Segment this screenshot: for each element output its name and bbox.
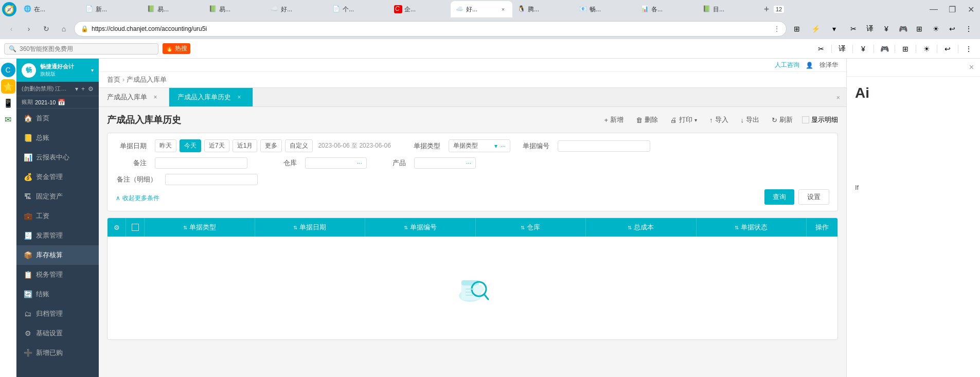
date-btn-today[interactable]: 今天 xyxy=(180,139,201,152)
th-date[interactable]: ⇅ 单据日期 xyxy=(255,218,366,237)
tab-9[interactable]: 🐧 腾... xyxy=(512,1,574,17)
show-cols-toggle[interactable]: 显示明细 xyxy=(802,115,838,124)
select-all-checkbox[interactable] xyxy=(132,224,139,231)
more2-icon[interactable]: ⋮ xyxy=(961,42,976,56)
date-btn-7days[interactable]: 近7天 xyxy=(204,139,229,152)
sidebar-item-invoice[interactable]: 🧾 发票管理 xyxy=(16,226,99,245)
translate-icon[interactable]: 译 xyxy=(863,22,877,36)
minimize-button[interactable]: — xyxy=(926,2,941,16)
th-gear[interactable]: ⚙ xyxy=(108,218,126,237)
refresh-button[interactable]: ↻ xyxy=(39,22,54,36)
delete-btn[interactable]: 🗑 删除 xyxy=(633,113,661,127)
layout2-icon[interactable]: ⊞ xyxy=(898,42,913,56)
tab-8[interactable]: ☁️ 好... × xyxy=(451,1,512,17)
th-num[interactable]: ⇅ 单据编号 xyxy=(365,218,476,237)
sidebar-item-assets[interactable]: 🏗 固定资产 xyxy=(16,187,99,206)
close-button[interactable]: ✕ xyxy=(964,2,978,16)
num-filter-input[interactable] xyxy=(558,140,650,152)
collapse-button[interactable]: ∧ 收起更多条件 xyxy=(116,194,159,203)
dropdown-icon[interactable]: ▾ xyxy=(827,22,841,36)
search-input[interactable] xyxy=(20,45,122,52)
type-filter-select[interactable]: 单据类型 ▾ ··· xyxy=(449,139,510,152)
back-button[interactable]: ‹ xyxy=(4,22,19,36)
th-cost[interactable]: ⇅ 总成本 xyxy=(586,218,697,237)
sidebar-item-salary[interactable]: 💼 工资 xyxy=(16,206,99,226)
sidebar-item-checkout[interactable]: 🔄 结账 xyxy=(16,284,99,304)
tab-11[interactable]: 📊 各... xyxy=(636,1,698,17)
show-cols-checkbox[interactable] xyxy=(802,116,809,123)
undo2-icon[interactable]: ↩ xyxy=(940,42,955,56)
tab-2[interactable]: 📄 新... xyxy=(80,1,142,17)
date-btn-more[interactable]: 更多 xyxy=(260,139,282,152)
tab-4[interactable]: 📗 易... xyxy=(204,1,265,17)
forward-button[interactable]: › xyxy=(22,22,36,36)
sidebar-item-finance[interactable]: 💰 资金管理 xyxy=(16,167,99,187)
breadcrumb-home[interactable]: 首页 xyxy=(107,75,120,84)
panel-close-button[interactable]: × xyxy=(830,88,846,106)
lightning-icon[interactable]: ⚡ xyxy=(808,22,823,36)
import-btn[interactable]: ↑ 导入 xyxy=(706,113,732,127)
app-email-icon[interactable]: ✉ xyxy=(1,112,15,127)
tab-12[interactable]: 📗 目... xyxy=(698,1,759,17)
company-header[interactable]: 畅 畅捷通好会计 旗舰版 ▾ xyxy=(16,59,99,82)
export-btn[interactable]: ↓ 导出 xyxy=(738,113,763,127)
breadcrumb-list[interactable]: 产成品入库单 xyxy=(127,75,167,84)
th-status[interactable]: ⇅ 单据状态 xyxy=(697,218,807,237)
tab-6[interactable]: 📄 个... xyxy=(327,1,389,17)
sidebar-item-archive[interactable]: 🗂 归档管理 xyxy=(16,304,99,324)
company-selector[interactable]: (勿删勿禁用) 江西服宝测试专用 ▾ + ⚙ xyxy=(16,82,99,96)
app-star-icon[interactable]: ⭐ xyxy=(1,79,15,94)
yuan2-icon[interactable]: ¥ xyxy=(856,42,870,56)
layout-icon[interactable]: ⊞ xyxy=(912,22,926,36)
settings-ext-icon[interactable]: ⋮ xyxy=(961,22,976,36)
th-warehouse[interactable]: ⇅ 仓库 xyxy=(476,218,586,237)
app-weibo-icon[interactable]: 📱 xyxy=(1,96,15,110)
night-icon[interactable]: ☀ xyxy=(929,22,943,36)
warehouse-filter-select[interactable]: ··· xyxy=(305,157,367,169)
sidebar-item-tax[interactable]: 📋 税务管理 xyxy=(16,265,99,284)
sidebar-item-ledger[interactable]: 📒 总账 xyxy=(16,128,99,148)
app-logo-icon[interactable]: C xyxy=(1,63,15,77)
home-button[interactable]: ⌂ xyxy=(57,22,71,36)
period-calendar-icon[interactable]: 📅 xyxy=(58,99,65,106)
tab-1[interactable]: 🌐 在... xyxy=(19,1,80,17)
th-check[interactable] xyxy=(126,218,145,237)
print-btn[interactable]: 🖨 打印 ▾ xyxy=(667,113,700,127)
user-service-link[interactable]: 人工咨询 xyxy=(775,61,799,69)
new-tab-button[interactable]: + xyxy=(759,2,774,16)
sidebar-item-inventory[interactable]: 📦 库存核算 xyxy=(16,245,99,265)
tab-5[interactable]: ☁️ 好... xyxy=(265,1,327,17)
restore-button[interactable]: ❐ xyxy=(945,2,959,16)
date-btn-yesterday[interactable]: 昨天 xyxy=(155,139,176,152)
game-icon[interactable]: 🎮 xyxy=(896,22,910,36)
company-settings-icon[interactable]: ⚙ xyxy=(88,85,94,93)
yuan-icon[interactable]: ¥ xyxy=(879,22,894,36)
sidebar-item-more[interactable]: ➕ 新增已购 xyxy=(16,343,99,363)
date-btn-custom[interactable]: 自定义 xyxy=(285,139,313,152)
refresh-btn[interactable]: ↻ 刷新 xyxy=(769,113,796,127)
tab-close-8[interactable]: × xyxy=(499,5,507,13)
detail-note-input[interactable] xyxy=(165,174,258,185)
tab-history[interactable]: 产成品入库单历史 × xyxy=(169,88,253,106)
hot-search-button[interactable]: 🔥 热搜 xyxy=(163,43,190,54)
query-button[interactable]: 查询 xyxy=(764,189,794,205)
undo-icon[interactable]: ↩ xyxy=(945,22,959,36)
translate2-icon[interactable]: 译 xyxy=(835,42,849,56)
game2-icon[interactable]: 🎮 xyxy=(877,42,892,56)
tab-3[interactable]: 📗 易... xyxy=(142,1,204,17)
product-filter-select[interactable]: ··· xyxy=(414,157,476,169)
night2-icon[interactable]: ☀ xyxy=(919,42,934,56)
note-filter-input[interactable] xyxy=(155,157,247,169)
url-bar[interactable]: 🔒 https://cloud.chanjet.com/accounting/u… xyxy=(74,21,787,37)
tab-7[interactable]: C 企... xyxy=(389,1,451,17)
tab-list[interactable]: 产成品入库单 × xyxy=(99,88,169,106)
right-panel-close-button[interactable]: × xyxy=(969,63,974,72)
new-btn[interactable]: + 新增 xyxy=(601,113,627,127)
sidebar-item-home[interactable]: 🏠 首页 xyxy=(16,109,99,128)
settings-button[interactable]: 设置 xyxy=(798,189,829,205)
grid-icon[interactable]: ⊞ xyxy=(790,22,804,36)
sidebar-item-settings[interactable]: ⚙ 基础设置 xyxy=(16,324,99,343)
cut-icon[interactable]: ✂ xyxy=(814,42,828,56)
sidebar-item-reports[interactable]: 📊 云报表中心 xyxy=(16,148,99,167)
tab-history-close[interactable]: × xyxy=(234,92,244,102)
